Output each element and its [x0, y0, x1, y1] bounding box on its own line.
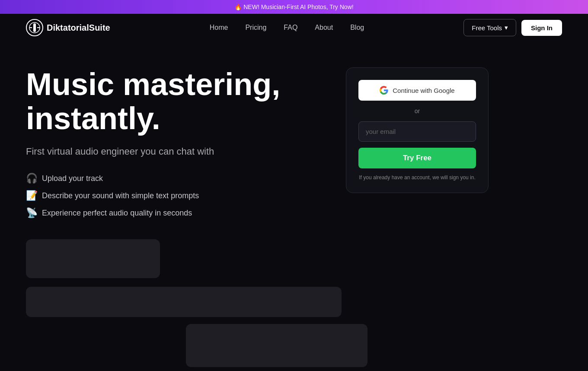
feature-text-3: Experience perfect audio quality in seco…	[42, 209, 192, 218]
placeholder-block-1	[26, 239, 160, 278]
divider-or: or	[358, 108, 476, 114]
feature-item-2: 📝 Describe your sound with simple text p…	[26, 190, 320, 201]
satellite-icon: 📡	[26, 207, 38, 219]
free-tools-label: Free Tools	[472, 24, 502, 32]
nav-about[interactable]: About	[315, 24, 333, 32]
nav-blog[interactable]: Blog	[350, 24, 364, 32]
top-banner: 🔥 NEW! Musician-First AI Photos, Try Now…	[0, 0, 588, 14]
feature-item-3: 📡 Experience perfect audio quality in se…	[26, 207, 320, 219]
logo-icon	[26, 19, 43, 36]
feature-item-1: 🎧 Upload your track	[26, 173, 320, 184]
chevron-down-icon: ▾	[505, 24, 508, 32]
try-free-button[interactable]: Try Free	[358, 148, 476, 168]
hero-subtitle: First virtual audio engineer you can cha…	[26, 146, 320, 157]
hero-section: Music mastering, instantly. First virtua…	[0, 41, 588, 371]
logo[interactable]: DiktatorialSuite	[26, 19, 110, 36]
logo-text: DiktatorialSuite	[47, 23, 110, 33]
google-btn-label: Continue with Google	[393, 87, 454, 94]
nav-links: Home Pricing FAQ About Blog	[210, 24, 364, 32]
banner-text: 🔥 NEW! Musician-First AI Photos, Try Now…	[234, 3, 353, 10]
free-tools-button[interactable]: Free Tools ▾	[463, 19, 516, 36]
feature-text-2: Describe your sound with simple text pro…	[42, 191, 199, 200]
google-logo-icon	[380, 86, 388, 95]
placeholder-block-2	[26, 287, 342, 317]
hero-left: Music mastering, instantly. First virtua…	[26, 67, 320, 367]
signup-card: Continue with Google or Try Free If you …	[346, 67, 489, 193]
nav-right: Free Tools ▾ Sign In	[463, 19, 562, 36]
signin-hint: If you already have an account, we will …	[358, 174, 476, 181]
placeholder-block-3	[186, 324, 368, 367]
google-signin-button[interactable]: Continue with Google	[358, 80, 476, 101]
sign-in-button[interactable]: Sign In	[521, 20, 562, 36]
hero-title: Music mastering, instantly.	[26, 67, 320, 136]
feature-list: 🎧 Upload your track 📝 Describe your soun…	[26, 173, 320, 219]
svg-rect-2	[33, 23, 36, 32]
feature-text-1: Upload your track	[42, 174, 103, 183]
nav-faq[interactable]: FAQ	[284, 24, 297, 32]
headphones-icon: 🎧	[26, 173, 38, 184]
navbar: DiktatorialSuite Home Pricing FAQ About …	[0, 14, 588, 41]
nav-home[interactable]: Home	[210, 24, 228, 32]
nav-pricing[interactable]: Pricing	[245, 24, 266, 32]
notebook-icon: 📝	[26, 190, 38, 201]
email-input[interactable]	[358, 121, 476, 142]
